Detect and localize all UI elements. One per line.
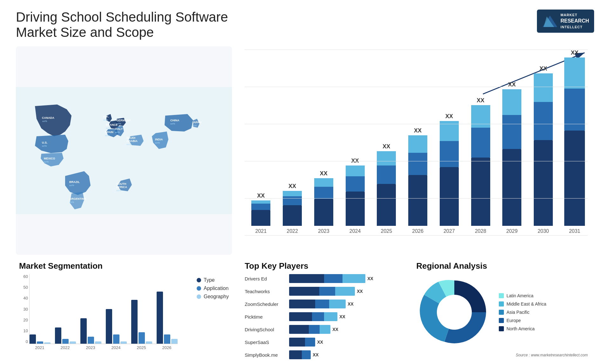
logo-line3: INTELLECT [560,25,589,30]
bar-label-2028: XX [477,97,485,104]
player-val-simplybook: XX [313,352,319,357]
seg-bar-geo-2025 [146,341,152,344]
seg-bar-group-2025 [131,300,152,344]
page-title: Driving School Scheduling Software Marke… [16,10,270,40]
bar-label-2030: XX [539,65,547,72]
svg-text:xx%: xx% [170,122,175,125]
seg-bar-type-2023 [80,318,87,344]
player-bar-simplybook [289,350,311,359]
donut-area: Latin America Middle East & Africa Asia … [416,274,588,350]
svg-text:MEXICO: MEXICO [44,157,55,160]
seg-bar-group-2021 [30,334,51,344]
player-bar-teachworks [289,287,355,296]
seg-y-axis: 0 10 20 30 40 50 60 [19,274,28,344]
svg-text:INDIA: INDIA [155,138,163,141]
player-bar-drivingschool [289,325,330,334]
bar-year-2022: 2022 [287,228,298,234]
seg-bar-type-2022 [55,327,61,344]
seg-chart-wrapper: 0 10 20 30 40 50 60 [19,274,229,350]
players-title: Top Key Players [245,261,397,271]
seg-bar-group-2026 [157,292,178,344]
seg-bar-group-2023 [80,318,101,344]
donut-legend-latin: Latin America [499,293,546,298]
bar-year-2021: 2021 [255,228,267,234]
players-container: Top Key Players Drivers Ed XX Teachworks [238,258,403,364]
donut-legend: Latin America Middle East & Africa Asia … [499,293,546,331]
bar-year-2024: 2024 [349,228,361,234]
legend-dot-application [197,286,201,291]
svg-text:xx%: xx% [192,124,197,127]
svg-text:xx%: xx% [42,145,47,147]
bar-year-2029: 2029 [506,228,518,234]
bar-year-2030: 2030 [538,228,549,234]
bar-group-2030: XX 2030 [530,65,557,234]
player-val-teachworks: XX [357,289,363,294]
bar-year-2025: 2025 [381,228,392,234]
player-row-driversed: Drivers Ed XX [245,274,397,283]
svg-text:SOUTH: SOUTH [116,182,126,185]
donut-label-mea: Middle East & Africa [506,301,546,307]
legend-type: Type [197,277,229,283]
player-name-supersaas: SuperSaaS [245,340,286,345]
svg-text:ARGENTINA: ARGENTINA [69,197,86,200]
player-bar-wrapper-drivingschool: XX [289,325,397,334]
seg-bar-app-2021 [37,341,43,344]
player-name-simplybook: SimplyBook.me [245,352,286,358]
seg-bar-app-2022 [62,339,69,344]
donut-label-europe: Europe [506,318,521,323]
seg-bar-app-2025 [139,332,145,344]
svg-text:xx%: xx% [103,118,108,121]
top-section: CANADA xx% U.S. xx% MEXICO xx% BRAZIL xx… [16,46,594,255]
seg-bar-group-2024 [106,309,127,344]
svg-text:xx%: xx% [116,189,121,192]
bar-label-2027: XX [445,113,453,120]
player-bar-zoomscheduler [289,300,346,308]
page-container: Driving School Scheduling Software Marke… [0,0,610,364]
donut-color-europe [499,318,504,323]
bar-label-2029: XX [508,81,516,88]
legend-label-geography: Geography [204,294,229,300]
bar-group-2022: XX 2022 [279,183,306,234]
bar-group-2023: XX 2023 [310,170,337,234]
legend-label-type: Type [204,277,215,283]
player-row-picktime: Picktime XX [245,312,397,321]
regional-title: Regional Analysis [416,261,588,271]
player-val-driversed: XX [367,276,373,281]
player-name-drivingschool: DrivingSchool [245,327,286,332]
bottom-section: Market Segmentation 0 10 20 30 40 50 60 [16,258,594,364]
donut-legend-europe: Europe [499,318,546,323]
seg-bar-app-2026 [164,334,170,344]
bar-year-2028: 2028 [475,228,486,234]
segmentation-container: Market Segmentation 0 10 20 30 40 50 60 [16,258,232,364]
svg-text:xx%: xx% [115,131,120,134]
svg-text:CHINA: CHINA [170,119,180,122]
player-row-zoomscheduler: ZoomScheduler XX [245,300,397,308]
seg-bar-app-2024 [113,334,119,344]
player-bar-wrapper-teachworks: XX [289,287,397,296]
logo-line1: MARKET [560,13,589,17]
svg-text:BRAZIL: BRAZIL [69,180,80,184]
player-row-teachworks: Teachworks XX [245,287,397,296]
player-bar-wrapper-simplybook: XX [289,350,397,359]
seg-bar-type-2024 [106,309,112,344]
header: Driving School Scheduling Software Marke… [16,10,594,40]
legend-dot-type [197,278,201,282]
svg-text:xx%: xx% [69,184,74,187]
bar-group-2029: XX 2029 [499,81,525,234]
player-name-picktime: Picktime [245,314,286,320]
player-row-supersaas: SuperSaaS XX [245,338,397,347]
legend-label-application: Application [204,286,228,291]
svg-text:AFRICA: AFRICA [116,185,127,189]
seg-bars [29,274,178,344]
donut-chart [416,274,492,350]
svg-text:xx%: xx% [42,120,47,123]
player-bar-supersaas [289,338,315,347]
bar-label-2021: XX [257,192,265,199]
bar-group-2025: XX 2025 [373,143,400,234]
regional-container: Regional Analysis [410,258,594,364]
seg-bar-geo-2021 [44,342,51,344]
player-name-driversed: Drivers Ed [245,276,286,281]
seg-bar-type-2025 [131,300,138,344]
svg-text:U.S.: U.S. [42,141,48,144]
seg-bar-group-2022 [55,327,76,344]
